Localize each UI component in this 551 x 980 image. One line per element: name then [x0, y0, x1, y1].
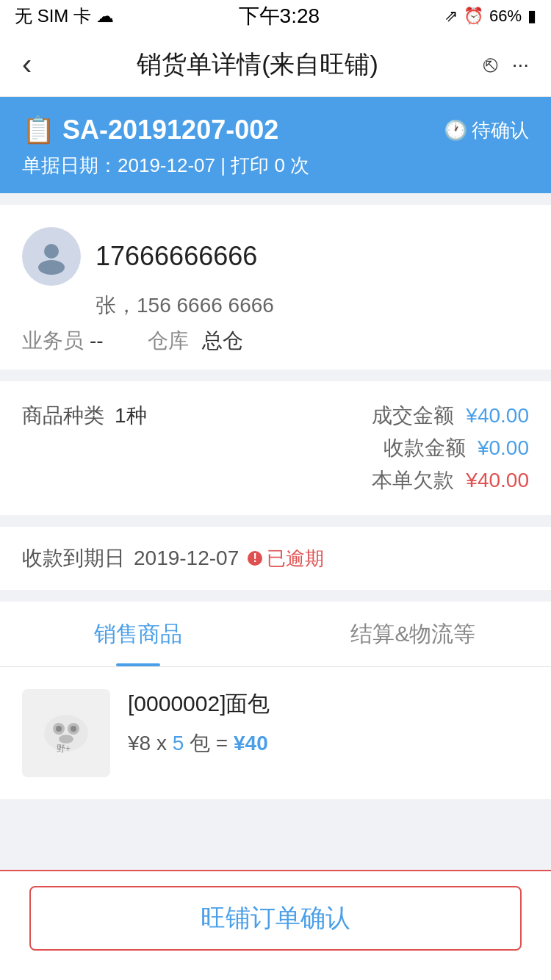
product-details: [0000002]面包 ¥8 x 5 包 = ¥40: [128, 689, 529, 757]
share-icon[interactable]: ⎋: [483, 51, 497, 78]
tab-settlement[interactable]: 结算&物流等: [276, 602, 551, 666]
order-status: 🕐 待确认: [444, 118, 529, 143]
due-date-value: 2019-12-07: [134, 547, 239, 570]
status-right: ⇗ ⏰ 66% ▮: [444, 7, 536, 26]
tab-products[interactable]: 销售商品: [0, 602, 276, 666]
order-date: 单据日期：2019-12-07 | 打印 0 次: [22, 153, 529, 179]
battery-label: 66%: [489, 7, 522, 26]
svg-point-7: [59, 735, 73, 743]
back-button[interactable]: ‹: [22, 48, 32, 81]
avatar: [22, 227, 81, 286]
location-icon: ⇗: [444, 7, 458, 26]
order-header: 📋 SA-20191207-002 🕐 待确认 单据日期：2019-12-07 …: [0, 97, 551, 193]
alarm-icon: ⏰: [464, 7, 483, 26]
salesperson-field: 业务员 --: [22, 327, 104, 355]
product-item: 野+ [0000002]面包 ¥8 x 5 包 = ¥40: [0, 667, 551, 800]
amount-stats: 成交金额 ¥40.00 收款金额 ¥0.00 本单欠款 ¥40.00: [372, 402, 529, 494]
customer-phone: 17666666666: [96, 241, 257, 272]
svg-text:野+: 野+: [57, 743, 71, 754]
battery-icon: ▮: [527, 7, 536, 26]
due-date-card: 收款到期日 2019-12-07 ! 已逾期: [0, 527, 551, 590]
product-name: [0000002]面包: [128, 689, 529, 719]
warehouse-field: 仓库 总仓: [148, 327, 243, 355]
due-date-label: 收款到期日: [22, 544, 125, 572]
status-left: 无 SIM 卡 ☁: [15, 4, 114, 28]
product-calc: ¥8 x 5 包 = ¥40: [128, 729, 529, 757]
order-icon: 📋: [22, 115, 55, 145]
svg-point-1: [38, 260, 65, 275]
page-title: 销货单详情(来自旺铺): [137, 48, 378, 82]
order-id: 📋 SA-20191207-002: [22, 115, 278, 145]
sim-label: 无 SIM 卡 ☁: [15, 4, 114, 28]
deal-amount-row: 成交金额 ¥40.00: [372, 402, 529, 430]
nav-actions: ⎋ ···: [483, 51, 529, 78]
confirm-button-wrap: 旺铺订单确认: [0, 870, 551, 980]
status-bar: 无 SIM 卡 ☁ 下午3:28 ⇗ ⏰ 66% ▮: [0, 0, 551, 32]
stats-card: 商品种类 1种 成交金额 ¥40.00 收款金额 ¥0.00 本单欠款 ¥40.…: [0, 381, 551, 515]
svg-point-0: [44, 244, 59, 259]
status-time: 下午3:28: [239, 2, 320, 30]
arrears-amount-row: 本单欠款 ¥40.00: [372, 466, 529, 494]
confirm-button[interactable]: 旺铺订单确认: [29, 886, 522, 951]
goods-types-value: 1种: [115, 402, 147, 430]
svg-point-6: [71, 726, 76, 732]
goods-types-label: 商品种类: [22, 402, 104, 430]
customer-card: 17666666666 张，156 6666 6666 业务员 -- 仓库 总仓: [0, 205, 551, 370]
svg-point-5: [56, 726, 62, 732]
goods-types: 商品种类 1种: [22, 402, 372, 430]
clock-icon: 🕐: [444, 119, 467, 142]
received-amount-row: 收款金额 ¥0.00: [383, 434, 529, 462]
product-thumbnail: 野+: [22, 689, 110, 777]
more-icon[interactable]: ···: [512, 53, 529, 76]
overdue-badge: ! 已逾期: [248, 546, 324, 572]
customer-name: 张，156 6666 6666: [22, 292, 529, 320]
nav-bar: ‹ 销货单详情(来自旺铺) ⎋ ···: [0, 32, 551, 97]
overdue-icon: !: [248, 551, 262, 566]
tab-bar: 销售商品 结算&物流等: [0, 602, 551, 667]
product-list: 野+ [0000002]面包 ¥8 x 5 包 = ¥40: [0, 667, 551, 800]
